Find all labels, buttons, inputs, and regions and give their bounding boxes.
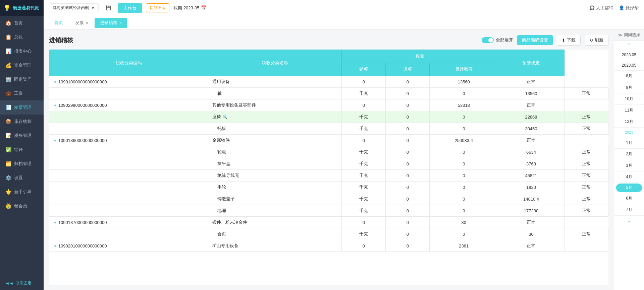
company-selector[interactable]: 沈海英测试经营勿删 ▼ [49, 3, 99, 12]
tab-reconcile-close[interactable]: × [119, 21, 121, 25]
chevron-icon: ≫ [618, 33, 623, 38]
sidebar-item-archive[interactable]: 🗂️归档管理 [0, 157, 44, 171]
expand-icon[interactable]: ▼ [53, 244, 57, 248]
item-total: 45821 [498, 170, 565, 182]
calendar-icon[interactable]: 📅 [201, 5, 206, 10]
table-row: ▼10901360000000000000 金属铸件 0 0 250083.4 … [49, 135, 608, 146]
ledger-icon: 📋 [5, 34, 11, 40]
sidebar-item-funds[interactable]: 💰资金管理 [0, 58, 44, 72]
save-button[interactable]: 💾 [103, 4, 114, 12]
item-total: 30450 [498, 123, 565, 135]
sidebar-item-ledger[interactable]: 📋总账 [0, 30, 44, 44]
category-total: 250083.4 [430, 135, 498, 146]
sidebar-item-guide[interactable]: 🌟新手引导 [0, 185, 44, 199]
category-purchase: 0 [386, 99, 430, 111]
sidebar-item-label-assets: 固定资产 [14, 76, 32, 82]
category-sale: 0 [342, 135, 386, 146]
sidebar-item-label-ledger: 总账 [14, 34, 23, 40]
item-status: 正常 [564, 111, 608, 123]
support-item[interactable]: 🎧 人工咨询 [589, 5, 613, 11]
item-status: 正常 [564, 146, 608, 158]
period-item-0[interactable]: 2023.05 [614, 50, 644, 60]
period-item-3月[interactable]: 3月 [614, 160, 644, 171]
sidebar-item-settings[interactable]: ⚙️设置 [0, 171, 44, 185]
period-item-1月[interactable]: 1月 [614, 137, 644, 149]
period-item-8月[interactable]: 8月 [614, 71, 644, 82]
item-sale: 0 [386, 146, 430, 158]
year-label: 2023 [614, 128, 644, 137]
download-label: 下载 [567, 37, 576, 43]
table-row: 座椅 🔍 千克 0 0 22868 正常 [49, 111, 608, 123]
sidebar-item-reports[interactable]: 📊报表中心 [0, 44, 44, 58]
period-item-11月[interactable]: 11月 [614, 105, 644, 116]
item-purchase: 0 [430, 158, 498, 170]
sidebar-item-label-archive: 归档管理 [14, 161, 32, 167]
scroll-up-button[interactable]: ⌃ [614, 41, 644, 50]
period-item-9月[interactable]: 9月 [614, 82, 644, 93]
item-purchase: 0 [430, 205, 498, 217]
refresh-icon: ↻ [590, 38, 593, 43]
sidebar-item-invoice[interactable]: 🧾发票管理 [0, 100, 44, 115]
expand-icon[interactable]: ▼ [53, 139, 57, 143]
refresh-label: 刷新 [595, 37, 603, 43]
period-item-6月[interactable]: 6月 [614, 193, 644, 204]
category-status: 正常 [498, 217, 565, 228]
sidebar-item-assets[interactable]: 🏢固定资产 [0, 72, 44, 86]
workspace-button[interactable]: 工作台 [118, 3, 142, 13]
period-item-7月[interactable]: 7月 [614, 204, 644, 216]
item-status: 正常 [564, 228, 608, 240]
period-item-4月[interactable]: 4月 [614, 171, 644, 183]
expand-icon[interactable]: ▼ [53, 80, 57, 84]
item-status: 正常 [564, 182, 608, 193]
tab-home[interactable]: 首页 [49, 18, 68, 28]
home-icon: 🏠 [5, 20, 11, 26]
download-button[interactable]: ⬇ 下载 [557, 35, 581, 46]
expand-icon[interactable]: ▼ [53, 221, 57, 225]
category-code: ▼10901370000000000000 [49, 217, 208, 228]
settlement-icon: ✅ [5, 147, 11, 153]
item-status: 正常 [564, 193, 608, 205]
sidebar-item-label-member: 畅会员 [14, 203, 27, 209]
period-item-2月[interactable]: 2月 [614, 149, 644, 160]
tab-invoice[interactable]: 发票 × [70, 18, 93, 28]
guide-icon: 🌟 [5, 189, 11, 195]
settings-button[interactable]: 商品编码设置 [517, 35, 553, 45]
category-purchase: 0 [386, 76, 430, 88]
sidebar-footer[interactable]: ◄◄ 取消固定 [0, 276, 44, 290]
sidebar-item-label-payroll: 工资 [14, 90, 23, 96]
period-item-10月[interactable]: 10月 [614, 93, 644, 105]
item-code [49, 146, 208, 158]
item-status: 正常 [564, 123, 608, 135]
sidebar-item-settlement[interactable]: ✅结账 [0, 143, 44, 157]
sidebar-item-home[interactable]: 🏠首页 [0, 16, 44, 30]
period-value: 2023-05 [183, 5, 200, 10]
user-name: 徐泽华 [626, 5, 639, 11]
toggle-expand[interactable]: 全部展开 [482, 37, 513, 43]
switch-version-button[interactable]: 切到旧版 [146, 3, 169, 12]
period-item-12月[interactable]: 12月 [614, 116, 644, 128]
expand-icon[interactable]: ▼ [53, 103, 57, 107]
table-row: 铸造盖子 千克 0 0 14810.4 正常 [49, 193, 608, 205]
sidebar-item-inventory[interactable]: 📦库存核算 [0, 115, 44, 129]
scroll-down-button[interactable]: ⌄ [614, 216, 644, 225]
item-name: 轴 [208, 88, 342, 99]
data-table-wrapper: 税收分类编码 税收分类名称 数量 预警状态 销项 进项 累计数额 [49, 50, 608, 285]
item-unit: 千克 [342, 205, 386, 217]
sidebar-item-payroll[interactable]: 💼工资 [0, 86, 44, 100]
item-purchase: 0 [430, 146, 498, 158]
category-name: 矿山专用设备 [208, 240, 342, 252]
sidebar-item-member[interactable]: 👑畅会员 [0, 199, 44, 213]
tab-reconcile[interactable]: 进销稽核 × [95, 18, 127, 28]
refresh-button[interactable]: ↻ 刷新 [585, 35, 608, 46]
item-total: 30 [498, 228, 565, 240]
category-purchase: 0 [386, 135, 430, 146]
period-item-1[interactable]: 2023.05 [614, 60, 644, 71]
tab-invoice-close[interactable]: × [86, 21, 88, 25]
category-status: 正常 [498, 99, 565, 111]
sidebar-item-tax[interactable]: 📝税务管理 [0, 129, 44, 143]
user-item[interactable]: 👤 徐泽华 [619, 5, 639, 11]
page-header: 进销稽核 全部展开 商品编码设置 ⬇ 下载 ↻ 刷 [49, 35, 608, 46]
toggle-switch[interactable] [482, 37, 494, 43]
search-icon[interactable]: 🔍 [222, 115, 227, 119]
period-item-active[interactable]: 5月 [616, 184, 642, 192]
